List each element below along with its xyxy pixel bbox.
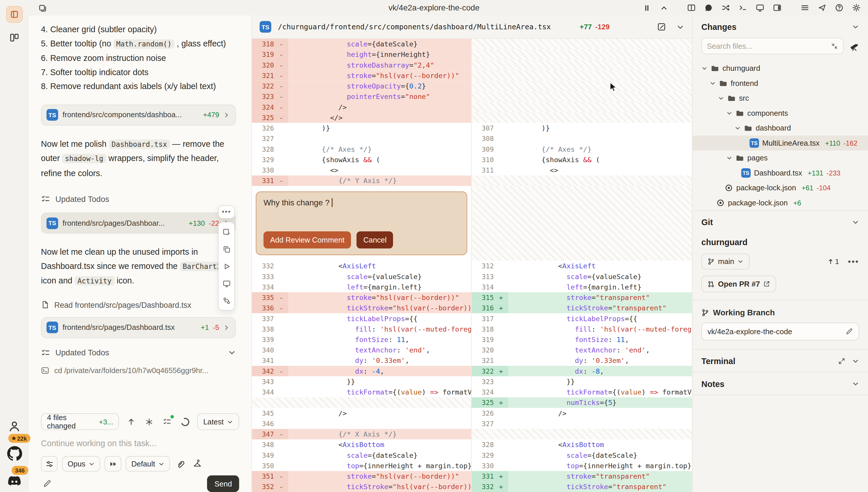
version-select[interactable]: Latest [197,413,239,430]
diff-line-312[interactable]: 312· <AxisLeft [472,261,692,271]
file-change-chip[interactable]: TS frontend/src/pages/Dashboar... +130-2… [41,213,236,233]
pause-icon[interactable] [641,3,652,13]
board-icon[interactable] [9,33,19,43]
diff-line-330[interactable]: 330· <> [252,165,472,175]
diff-line-331[interactable]: 331+ stroke="transparent" [472,471,692,482]
diff-line-315[interactable]: 315+ stroke="transparent" [472,292,692,302]
diff-line-322[interactable]: 322- strokeOpacity={0.2} [252,81,472,91]
files-changed-button[interactable]: 4 files changed +3... [41,413,119,430]
terminal-icon[interactable] [738,3,748,13]
cancel-button[interactable]: Cancel [357,231,393,248]
terminal-section-header[interactable]: Terminal [693,350,868,372]
diff-line-311[interactable]: 311· <> [472,165,692,175]
chevron-down-icon[interactable] [726,155,732,161]
diff-line-322[interactable]: 322+ dx: -8, [472,366,692,376]
diff-line-316[interactable]: 316+ tickStroke="transparent" [472,303,692,313]
attach-icon[interactable] [174,458,187,470]
commits-ahead[interactable]: 1 [827,257,839,266]
chevron-down-icon[interactable] [852,380,859,387]
github-icon[interactable] [7,446,22,461]
diff-line-321[interactable]: 321· dy: '0.33em', [472,355,692,366]
annotate-icon[interactable] [221,227,231,237]
diff-line-317[interactable]: 317· tickLabelProps={{ [472,313,692,324]
diff-line-332[interactable]: 332+ tickStroke="transparent" [472,482,692,492]
chevron-down-icon[interactable] [734,125,741,131]
tasks-icon[interactable] [161,416,173,428]
skip-forward-icon[interactable] [105,456,121,471]
diff-line-328[interactable]: 328· <AxisBottom [472,440,692,450]
chevron-down-icon[interactable] [852,218,859,226]
diff-line-326[interactable]: 326· /> [472,408,692,418]
edit-icon[interactable] [41,477,53,490]
diff-line-319[interactable]: 319· fontSize: 11, [472,334,692,345]
updated-todos-row[interactable]: Updated Todos [41,194,236,204]
permission-select[interactable]: Default [126,456,170,471]
share-run-icon[interactable] [817,3,827,13]
tree-item-package-lock.json[interactable]: package-lock.json+6 [693,195,868,210]
diff-line-350[interactable]: 350· top={innerHeight + margin.top} [252,460,472,471]
hanger-icon[interactable] [191,458,203,470]
tree-item-src[interactable]: src [693,91,868,106]
diff-line-309[interactable]: 309· {/* Axes */} [472,144,692,154]
diff-line-349[interactable]: 349· scale={dateScale} [252,450,472,460]
collapse-up-icon[interactable] [659,3,668,13]
diff-line-336[interactable]: 336- tickStroke="hsl(var(--border))" [252,303,472,313]
diff-line-319[interactable]: 319- height={innerHeight} [252,49,472,60]
file-change-chip[interactable]: TS frontend/src/pages/Dashboard.tsx +1-5 [41,317,236,338]
play-icon[interactable] [221,261,231,271]
chat-input[interactable] [41,438,239,448]
diff-line-330[interactable]: 330· top={innerHeight + margin.top} [472,460,692,471]
help-icon[interactable] [834,3,844,13]
diff-line-338[interactable]: 338· fill: 'hsl(var(--muted-foreground))… [252,324,472,334]
diff-line-313[interactable]: 313· scale={valueScale} [472,271,692,282]
more-actions-icon[interactable]: ••• [848,257,859,266]
diff-line-352[interactable]: 352- tickStroke="hsl(var(--border))" [252,482,472,492]
working-branch-input[interactable] [707,327,841,336]
diff-line-321[interactable]: 321- stroke="hsl(var(--border))" [252,70,472,81]
chat-bubble-icon[interactable] [704,3,713,13]
discord-icon[interactable] [7,475,22,489]
tree-item-Dashboard.tsx[interactable]: TSDashboard.tsx+131-233 [693,165,868,180]
changes-section-header[interactable]: Changes [693,16,868,38]
tree-item-pages[interactable]: pages [693,151,868,166]
send-button[interactable]: Send [207,475,239,492]
git-section-header[interactable]: Git [693,211,868,233]
columns-layout-icon[interactable] [686,3,697,13]
chevron-down-icon[interactable] [676,23,684,31]
model-select[interactable]: Opus [62,456,100,471]
diff-line-346[interactable]: 346· [252,418,472,429]
tree-item-MultiLineArea.tsx[interactable]: TSMultiLineArea.tsx+110-162 [693,136,868,151]
diff-line-348[interactable]: 348· <AxisBottom [252,440,472,450]
watch-telescope-icon[interactable] [849,41,859,51]
add-review-comment-button[interactable]: Add Review Comment [264,231,351,248]
diff-line-332[interactable]: 332· <AxisLeft [252,261,472,271]
diff-line-341[interactable]: 341· dy: '0.33em', [252,355,472,366]
panel-right-icon[interactable] [772,3,782,13]
tree-item-frontend[interactable]: frontend [693,76,868,91]
diff-line-337[interactable]: 337· tickLabelProps={{ [252,313,472,324]
chevron-down-icon[interactable] [718,95,724,101]
collapse-all-icon[interactable] [831,42,838,50]
edit-icon[interactable] [845,327,853,335]
tree-item-package-lock.json[interactable]: package-lock.json+61-104 [693,180,868,196]
open-pr-button[interactable]: Open PR #7 [701,276,776,292]
diff-line-327[interactable]: 327· [252,133,472,144]
chevron-down-icon[interactable] [228,349,236,356]
diff-line-344[interactable]: 344· tickFormat={(value) => formatValue(… [252,387,472,397]
settings-gear-icon[interactable] [851,3,861,13]
diff-line-320[interactable]: 320- strokeDasharray="2,4" [252,60,472,70]
chevron-down-icon[interactable] [852,23,859,30]
search-input[interactable] [707,42,828,50]
diff-line-326[interactable]: 326· )} [252,123,472,133]
shuffle-icon[interactable] [721,3,731,13]
diff-line-339[interactable]: 339· fontSize: 11, [252,334,472,345]
diff-line-334[interactable]: 334· left={margin.left} [252,282,472,292]
tree-item-components[interactable]: components [693,105,868,121]
review-comment-box[interactable]: Why this change ? Add Review Comment Can… [256,192,467,255]
diff-line-308[interactable]: 308· [472,133,692,144]
diff-line-318[interactable]: 318· fill: 'hsl(var(--muted-foreground))… [472,324,692,334]
read-file-row[interactable]: Read frontend/src/pages/Dashboard.tsx [41,300,236,309]
diff-line-335[interactable]: 335- stroke="hsl(var(--border))" [252,292,472,302]
branch-select[interactable]: main [701,253,750,270]
workspace-icon[interactable] [6,6,23,23]
